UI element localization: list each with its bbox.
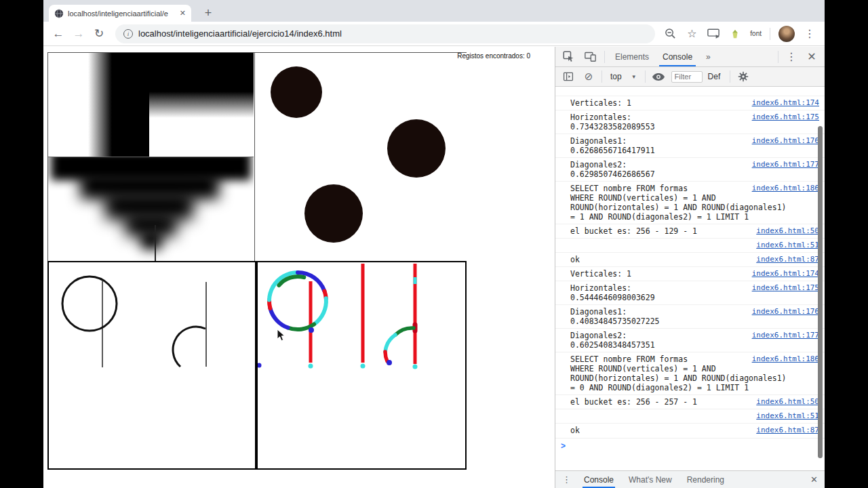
zoom-indicator-icon[interactable] <box>663 27 677 41</box>
devtools-menu-icon[interactable]: ⋮ <box>784 50 799 64</box>
console-log-row: index6.html:50 el bucket es: 256 - 257 -… <box>555 394 825 409</box>
toolbar-separator <box>601 70 602 83</box>
devtools-separator <box>778 51 778 63</box>
devtools-tab-bar: Elements Console » ⋮ ✕ <box>555 47 825 67</box>
context-selector[interactable]: top ▼ <box>608 70 639 83</box>
detection-canvas[interactable] <box>256 261 467 470</box>
console-sidebar-icon[interactable] <box>561 70 576 83</box>
devtools-more-tabs-chevron[interactable]: » <box>703 47 714 66</box>
bookmark-star-icon[interactable]: ☆ <box>685 27 698 41</box>
browser-window: localhost/inteligenciaartificial/e ✕ + ←… <box>43 0 825 488</box>
console-toolbar: ⊘ top ▼ Def <box>555 67 825 87</box>
console-log-row: index6.html:50 el bucket es: 256 - 129 -… <box>555 224 825 238</box>
devtools-separator <box>604 51 605 63</box>
eye-icon[interactable] <box>651 70 666 83</box>
toolbar-separator <box>730 70 730 83</box>
new-tab-button[interactable]: + <box>199 4 217 22</box>
context-label: top <box>610 72 622 81</box>
browser-tab[interactable]: localhost/inteligenciaartificial/e ✕ <box>49 5 191 22</box>
toolbar-separator <box>770 28 770 40</box>
tab-favicon-globe-icon <box>54 9 64 18</box>
console-log-row: index6.html:175 Horizontales: 0.54446460… <box>555 281 825 304</box>
chevron-down-icon: ▼ <box>631 74 637 80</box>
original-circles-canvas[interactable] <box>254 53 467 262</box>
console-log-row: index6.html:176 Diagonales1: 0.626865671… <box>555 134 825 157</box>
browser-menu-icon[interactable]: ⋮ <box>803 27 816 41</box>
console-source-link[interactable]: index6.html:186 <box>752 184 819 193</box>
console-source-link[interactable]: index6.html:50 <box>756 397 819 407</box>
console-log-row: index6.html:176 Diagonales1: 0.408348457… <box>555 304 825 328</box>
reload-button[interactable]: ↻ <box>91 26 107 42</box>
drawer-tab-console[interactable]: Console <box>583 471 615 488</box>
console-source-link[interactable]: index6.html:51 <box>756 411 819 421</box>
tab-close-icon[interactable]: ✕ <box>180 9 186 18</box>
forward-button[interactable]: → <box>71 26 87 42</box>
console-log-row: index6.html:177 Diagonales2: 0.629850746… <box>555 157 825 181</box>
console-scrollbar[interactable] <box>818 126 823 458</box>
browser-tab-bar: localhost/inteligenciaartificial/e ✕ + <box>43 0 825 22</box>
console-source-link[interactable]: index6.html:87 <box>756 426 819 435</box>
console-log-row: index6.html:186 SELECT nombre FROM forma… <box>555 181 825 224</box>
console-source-link[interactable]: index6.html:175 <box>752 283 819 293</box>
url-bar[interactable]: i localhost/inteligenciaartificial/ejerc… <box>115 24 655 43</box>
console-source-link[interactable]: index6.html:176 <box>752 136 819 146</box>
url-text: localhost/inteligenciaartificial/ejercic… <box>138 28 342 39</box>
info-icon[interactable]: i <box>123 29 133 39</box>
devtools-panel: Elements Console » ⋮ ✕ ⊘ <box>555 47 825 488</box>
console-log-row: index6.html:87 ok <box>555 252 825 266</box>
log-levels-dropdown[interactable]: Def <box>708 72 724 81</box>
console-log-row: index6.html:186 SELECT nombre FROM forma… <box>555 352 825 394</box>
console-source-link[interactable]: index6.html:186 <box>752 354 819 364</box>
browser-toolbar: ← → ↻ i localhost/inteligenciaartificial… <box>43 22 825 46</box>
toolbar-separator <box>645 70 646 83</box>
drawer-close-icon[interactable]: ✕ <box>810 474 818 485</box>
tab-title: localhost/inteligenciaartificial/e <box>68 9 176 18</box>
drawer-tab-rendering[interactable]: Rendering <box>686 471 726 488</box>
console-source-link[interactable]: index6.html:174 <box>752 269 819 279</box>
drawer-menu-icon[interactable]: ⋮ <box>562 474 570 485</box>
devtools-drawer-bar: ⋮ Console What's New Rendering ✕ <box>555 470 825 488</box>
sketch-drawing <box>49 262 255 468</box>
extension-icon[interactable] <box>728 27 742 41</box>
console-source-link[interactable]: index6.html:87 <box>756 255 819 264</box>
detection-drawing <box>258 262 465 468</box>
console-log-row: index6.html:177 Diagonales2: 0.602540834… <box>555 328 825 352</box>
video-frame: localhost/inteligenciaartificial/e ✕ + ←… <box>0 0 868 488</box>
toolbar-right-icons: ☆ font ⋮ <box>663 26 818 42</box>
console-log-area[interactable]: index6.html:174 Verticales: 1 index6.htm… <box>555 87 825 470</box>
filter-input[interactable] <box>671 71 703 83</box>
inspect-cursor-icon[interactable] <box>561 50 576 64</box>
settings-gear-icon[interactable] <box>736 70 751 83</box>
console-log-row: index6.html:51 <box>555 238 825 252</box>
console-source-link[interactable]: index6.html:176 <box>752 307 819 317</box>
console-source-link[interactable]: index6.html:50 <box>756 226 819 236</box>
console-source-link[interactable]: index6.html:51 <box>756 241 819 250</box>
back-button[interactable]: ← <box>50 26 66 42</box>
console-log-row: index6.html:87 ok <box>555 423 825 437</box>
console-log-row: index6.html:51 <box>555 409 825 423</box>
records-found-label: Registos encontrados: 0 <box>457 52 530 60</box>
console-log-row: index6.html:174 Verticales: 1 <box>555 96 825 110</box>
console-source-link[interactable]: index6.html:174 <box>752 98 819 108</box>
devtools-tab-elements[interactable]: Elements <box>612 47 652 66</box>
console-source-link[interactable]: index6.html:177 <box>752 331 819 340</box>
devtools-tab-console[interactable]: Console <box>659 47 696 66</box>
console-source-link[interactable]: index6.html:175 <box>752 113 819 122</box>
devtools-close-icon[interactable]: ✕ <box>804 50 819 64</box>
console-source-link[interactable]: index6.html:177 <box>752 160 819 169</box>
font-extension-button[interactable]: font <box>750 30 762 37</box>
mouse-cursor <box>277 329 286 342</box>
drawer-tab-whats-new[interactable]: What's New <box>627 471 673 488</box>
sketch-canvas[interactable] <box>47 261 256 470</box>
console-prompt-chevron[interactable]: > <box>555 438 825 470</box>
clear-console-icon[interactable]: ⊘ <box>581 70 596 83</box>
console-log-row: index6.html:174 Verticales: 1 <box>555 266 825 281</box>
profile-avatar[interactable] <box>778 26 795 42</box>
web-page-content: Registos encontrados: 0 <box>43 47 555 488</box>
cast-icon[interactable] <box>707 27 720 41</box>
device-toolbar-icon[interactable] <box>583 50 597 64</box>
console-log-row: index6.html:175 Horizontales: 0.73432835… <box>555 110 825 134</box>
